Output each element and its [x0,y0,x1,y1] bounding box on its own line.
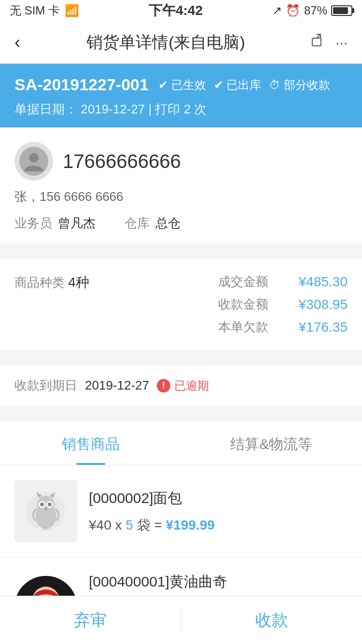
salesperson-value: 曾凡杰 [58,215,96,232]
overdue-date: 2019-12-27 [85,378,149,393]
avatar-inner [19,147,48,176]
status-partial: ⏱ 部分收款 [269,77,330,93]
alarm-icon: ⏰ [286,4,300,17]
cancel-button[interactable]: 弃审 [0,596,181,644]
status-shipped: ✔ 已出库 [214,77,262,93]
collected-amount-value: ¥308.95 [280,297,348,312]
confirm-button[interactable]: 收款 [181,596,362,644]
tab-settlement[interactable]: 结算&物流等 [181,421,362,465]
tabs-header: 销售商品 结算&物流等 [0,421,362,465]
trading-amount-row: 成交金额 ¥485.30 [218,273,348,290]
product-item: 兽+ [0000002]面包 ¥40 x 5 袋 = ¥199.99 [0,465,362,558]
overdue-icon: ! [157,379,170,392]
product-types-count: 4种 [68,275,89,290]
trading-amount-label: 成交金额 [218,273,268,290]
product-name-2: [000400001]黄油曲奇 [89,572,348,592]
nav-bar: ‹ 销货单详情(来自电脑) ··· [0,21,362,64]
wifi-icon: 📶 [65,4,79,17]
overdue-badge: ! 已逾期 [157,378,209,393]
battery-percent: 87% [304,4,327,17]
status-bar: 无 SIM 卡 📶 下午4:42 ↗ ⏰ 87% [0,0,362,21]
back-button[interactable]: ‹ [14,32,20,53]
location-icon: ↗ [272,4,282,17]
print-count: 2 [184,102,191,116]
banner-sub: 单据日期： 2019-12-27 | 打印 2 次 [14,101,348,118]
tab-settlement-label: 结算&物流等 [230,436,312,452]
qty-1: 5 [125,518,133,532]
svg-point-2 [29,153,39,163]
print-suffix: 次 [194,102,207,116]
banner-top: SA-20191227-001 ✔ 已生效 ✔ 已出库 ⏱ 部分收款 [14,75,348,94]
svg-line-1 [317,34,320,38]
share-icon[interactable] [311,33,326,51]
overdue-label: 收款到期日 [14,377,77,394]
product-types: 商品种类 4种 [14,273,89,292]
product-price-1: ¥40 x 5 袋 = ¥199.99 [89,516,348,534]
status-right: ↗ ⏰ 87% [272,4,352,17]
status-active: ✔ 已生效 [158,77,206,93]
avatar [14,142,53,181]
price-1: ¥40 [89,518,111,532]
divider-3 [0,413,362,421]
product-info-1: [0000002]面包 ¥40 x 5 袋 = ¥199.99 [89,489,348,534]
trading-amount-value: ¥485.30 [280,274,348,290]
unpaid-amount-value: ¥176.35 [280,320,348,335]
divider-1 [0,251,362,259]
warehouse-label: 仓库 [125,215,150,232]
warehouse-value: 总仓 [155,215,181,232]
divider-2 [0,358,362,365]
overdue-section: 收款到期日 2019-12-27 ! 已逾期 [0,365,362,406]
collected-amount-label: 收款金额 [218,296,268,313]
summary-right: 成交金额 ¥485.30 收款金额 ¥308.95 本单欠款 ¥176.35 [218,273,348,336]
product-name-1: [0000002]面包 [89,489,348,508]
unpaid-amount-row: 本单欠款 ¥176.35 [218,319,348,336]
collected-amount-row: 收款金额 ¥308.95 [218,296,348,313]
warehouse-item: 仓库 总仓 [125,215,181,232]
svg-text:兽+: 兽+ [43,526,49,531]
salesperson-item: 业务员 曾凡杰 [14,215,96,232]
battery-fill [333,7,348,14]
status-left: 无 SIM 卡 📶 [10,3,79,18]
customer-name: 张，156 6666 6666 [14,188,348,205]
equals-1: = [154,518,166,532]
header-banner: SA-20191227-001 ✔ 已生效 ✔ 已出库 ⏱ 部分收款 单据日期：… [0,64,362,127]
carrier-label: 无 SIM 卡 [10,3,60,18]
unpaid-amount-label: 本单欠款 [218,319,268,336]
product-types-label: 商品种类 [14,275,65,290]
order-date: 2019-12-27 [81,102,145,116]
bottom-bar: 弃审 收款 [0,596,362,644]
total-1: ¥199.99 [166,518,215,532]
nav-actions: ··· [311,33,348,51]
svg-point-10 [40,503,44,506]
tab-products[interactable]: 销售商品 [0,421,181,465]
unit-1: 袋 [137,518,151,532]
status-time: 下午4:42 [149,1,203,20]
product-thumb-1: 兽+ [14,480,77,543]
page-title: 销货单详情(来自电脑) [86,31,245,54]
tab-products-label: 销售商品 [62,436,120,452]
more-icon[interactable]: ··· [335,34,348,51]
svg-point-11 [48,503,52,506]
summary-section: 商品种类 4种 成交金额 ¥485.30 收款金额 ¥308.95 本单欠款 ¥… [0,259,362,350]
customer-meta: 业务员 曾凡杰 仓库 总仓 [14,215,348,232]
order-id: SA-20191227-001 [14,75,149,94]
customer-phone: 17666666666 [63,151,181,172]
salesperson-label: 业务员 [14,215,52,232]
multiply-1: x [115,518,126,532]
date-label: 单据日期： [14,102,77,116]
svg-rect-0 [312,38,321,46]
customer-top: 17666666666 [14,142,348,181]
battery-bar [331,5,352,16]
print-separator: | 打印 [148,102,183,116]
status-badges: ✔ 已生效 ✔ 已出库 ⏱ 部分收款 [158,77,330,93]
overdue-text: 已逾期 [174,378,209,393]
customer-section: 17666666666 张，156 6666 6666 业务员 曾凡杰 仓库 总… [0,127,362,243]
